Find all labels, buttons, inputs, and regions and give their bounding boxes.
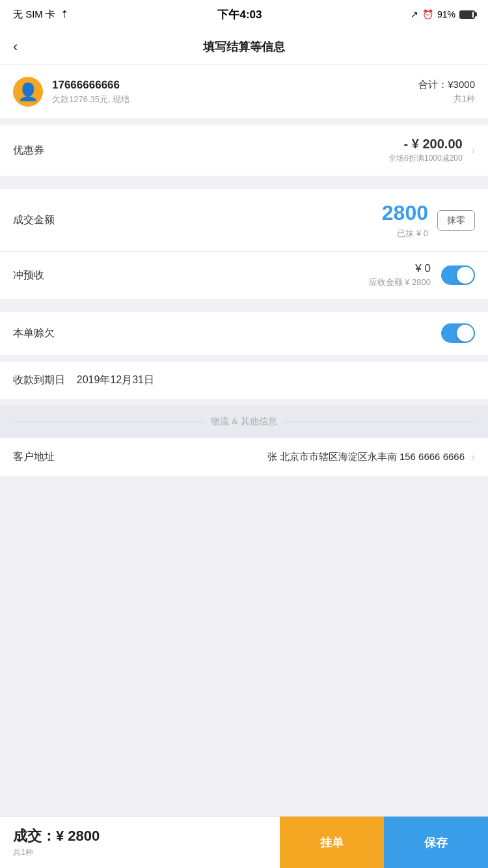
section-divider-2: [0, 299, 488, 305]
address-chevron-icon: ›: [471, 450, 475, 464]
debt-section: 本单赊欠: [0, 312, 488, 355]
amount-row: 成交金额 2800 已抹 ¥ 0 抹零: [13, 201, 475, 239]
section-divider-1: [0, 176, 488, 183]
due-date-value: 2019年12月31日: [77, 374, 154, 385]
prepay-values: ¥ 0 应收金额 ¥ 2800: [369, 262, 431, 288]
avatar: 👤: [13, 77, 43, 107]
amount-right: 2800 已抹 ¥ 0 抹零: [382, 201, 475, 239]
discount-amount: - ¥ 200.00: [388, 137, 462, 152]
prepay-toggle[interactable]: [441, 265, 475, 285]
logistics-line-left: [13, 422, 204, 422]
due-date-section: 收款到期日 2019年12月31日: [0, 362, 488, 399]
prepay-right: ¥ 0 应收金额 ¥ 2800: [369, 262, 475, 288]
back-button[interactable]: ‹: [13, 38, 18, 55]
bottom-summary: 成交：¥ 2800 共1种: [0, 817, 280, 868]
prepay-row: 冲预收 ¥ 0 应收金额 ¥ 2800: [0, 252, 488, 299]
nav-title: 填写结算等信息: [203, 39, 285, 55]
discount-row[interactable]: 优惠券 - ¥ 200.00 全场6折满1000减200 ›: [0, 125, 488, 176]
amount-label: 成交金额: [13, 213, 55, 227]
summary-amount: ¥ 2800: [56, 828, 100, 844]
amount-sub: 已抹 ¥ 0: [382, 228, 428, 239]
round-off-button[interactable]: 抹零: [437, 210, 475, 231]
customer-phone: 17666666666: [52, 79, 129, 92]
amount-number: 2800: [382, 201, 428, 224]
battery-text: 91%: [437, 9, 455, 20]
logistics-line-right: [284, 422, 475, 422]
prepay-receivable: 应收金额 ¥ 2800: [369, 277, 431, 288]
discount-desc: 全场6折满1000减200: [388, 153, 462, 164]
status-time: 下午4:03: [217, 7, 262, 22]
wifi-icon: ⇡: [61, 8, 69, 20]
battery-icon: [459, 10, 475, 19]
amount-section: 成交金额 2800 已抹 ¥ 0 抹零: [0, 189, 488, 251]
discount-right: - ¥ 200.00 全场6折满1000减200 ›: [388, 137, 475, 164]
address-label: 客户地址: [13, 450, 55, 464]
customer-right: 合计：¥3000 共1种: [418, 79, 475, 105]
status-bar: 无 SIM 卡 ⇡ 下午4:03 ↗ ⏰ 91%: [0, 0, 488, 29]
hold-button[interactable]: 挂单: [280, 817, 384, 868]
address-section[interactable]: 客户地址 张 北京市市辖区海淀区永丰南 156 6666 6666 ›: [0, 438, 488, 476]
toggle-knob: [457, 267, 474, 284]
content: 👤 17666666666 欠款1276.35元, 现结 合计：¥3000 共1…: [0, 65, 488, 671]
summary-prefix: 成交：: [13, 828, 56, 844]
logistics-text: 物流 & 其他信息: [211, 416, 277, 427]
discount-value: - ¥ 200.00 全场6折满1000减200: [388, 137, 462, 164]
prepay-amount: ¥ 0: [369, 262, 431, 275]
amount-block: 2800 已抹 ¥ 0: [382, 201, 428, 239]
summary-main: 成交：¥ 2800: [13, 826, 267, 846]
carrier-text: 无 SIM 卡: [13, 8, 55, 21]
debt-label: 本单赊欠: [13, 327, 55, 340]
extra-space: [0, 476, 488, 606]
avatar-icon: 👤: [18, 83, 38, 100]
status-right: ↗ ⏰ 91%: [411, 9, 475, 20]
alarm-icon: ⏰: [422, 9, 433, 20]
customer-left: 👤 17666666666 欠款1276.35元, 现结: [13, 77, 129, 107]
customer-sub: 欠款1276.35元, 现结: [52, 94, 129, 105]
chevron-right-icon: ›: [472, 144, 475, 156]
status-left: 无 SIM 卡 ⇡: [13, 8, 69, 21]
logistics-section: 物流 & 其他信息: [0, 405, 488, 438]
due-date-label: 收款到期日: [13, 374, 65, 385]
debt-toggle-knob: [457, 325, 474, 342]
customer-card: 👤 17666666666 欠款1276.35元, 现结 合计：¥3000 共1…: [0, 65, 488, 118]
due-date-text: 收款到期日 2019年12月31日: [13, 374, 154, 385]
summary-sub: 共1种: [13, 847, 267, 858]
total-count: 共1种: [418, 93, 475, 105]
location-icon: ↗: [411, 9, 418, 20]
bottom-bar: 成交：¥ 2800 共1种 挂单 保存: [0, 816, 488, 868]
prepay-label: 冲预收: [13, 269, 44, 282]
nav-bar: ‹ 填写结算等信息: [0, 29, 488, 65]
address-right: 张 北京市市辖区海淀区永丰南 156 6666 6666 ›: [68, 450, 475, 465]
thin-divider-2: [0, 355, 488, 355]
discount-label: 优惠券: [13, 144, 44, 157]
debt-toggle[interactable]: [441, 323, 475, 343]
address-value: 张 北京市市辖区海淀区永丰南 156 6666 6666: [267, 450, 465, 465]
total-label: 合计：¥3000: [418, 79, 475, 91]
save-button[interactable]: 保存: [384, 817, 488, 868]
customer-info: 17666666666 欠款1276.35元, 现结: [52, 79, 129, 105]
